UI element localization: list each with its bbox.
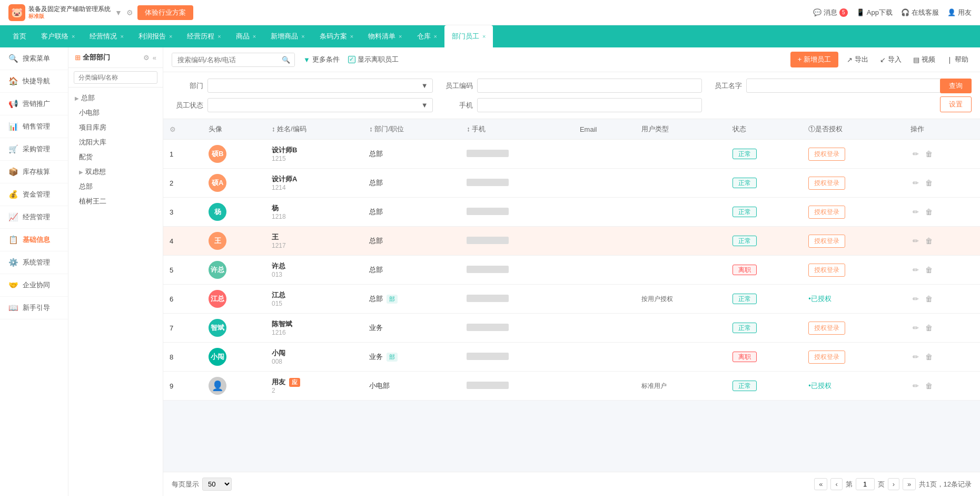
messages-btn[interactable]: 💬 消息 5 <box>813 8 848 17</box>
dept-node-小电部[interactable]: 小电部 <box>68 105 163 120</box>
delete-btn[interactable]: 🗑 <box>923 381 935 391</box>
left-nav-item-营销推广[interactable]: 📢营销推广 <box>0 93 68 115</box>
dept-node-项目库房[interactable]: 项目库房 <box>68 120 163 135</box>
search-input[interactable] <box>172 53 278 66</box>
dept-collapse-btn[interactable]: « <box>153 54 156 62</box>
delete-btn[interactable]: 🗑 <box>923 236 935 246</box>
user-btn[interactable]: 👤 用友 <box>947 8 972 17</box>
query-btn[interactable]: 查询 <box>940 79 972 93</box>
auth-login-btn[interactable]: 授权登录 <box>808 177 845 190</box>
last-page-btn[interactable]: » <box>903 478 916 490</box>
dept-node-双虑想[interactable]: ▶ 双虑想 <box>68 164 163 179</box>
nav-tab-新增商品[interactable]: 新增商品× <box>263 25 312 47</box>
left-nav-item-搜索菜单[interactable]: 🔍搜索菜单 <box>0 47 68 70</box>
settings-icon[interactable]: ⚙ <box>126 8 133 17</box>
left-nav-item-企业协同[interactable]: 🤝企业协同 <box>0 274 68 297</box>
view-btn[interactable]: ▤ 视频 <box>910 53 938 66</box>
tab-close-icon[interactable]: × <box>72 33 75 40</box>
delete-btn[interactable]: 🗑 <box>923 265 935 275</box>
left-nav-item-库存核算[interactable]: 📦库存核算 <box>0 161 68 183</box>
prev-page-btn[interactable]: ‹ <box>830 478 842 490</box>
nav-tab-经营历程[interactable]: 经营历程× <box>180 25 228 47</box>
left-nav-item-采购管理[interactable]: 🛒采购管理 <box>0 138 68 161</box>
import-btn[interactable]: ↙ 导入 <box>877 53 905 66</box>
delete-btn[interactable]: 🗑 <box>923 207 935 217</box>
left-nav-item-销售管理[interactable]: 📊销售管理 <box>0 115 68 138</box>
more-filter-btn[interactable]: ▼ 更多条件 <box>299 52 344 67</box>
nav-tab-仓库[interactable]: 仓库× <box>410 25 444 47</box>
edit-btn[interactable]: ✏ <box>910 178 921 188</box>
status-select[interactable]: ▼ <box>207 98 433 112</box>
nav-tab-部门员工[interactable]: 部门员工× <box>444 25 493 47</box>
reset-btn[interactable]: 设置 <box>940 96 972 112</box>
delete-btn[interactable]: 🗑 <box>923 178 935 188</box>
edit-btn[interactable]: ✏ <box>910 207 921 217</box>
first-page-btn[interactable]: « <box>814 478 827 490</box>
per-page-select[interactable]: 50 20 100 <box>202 478 232 491</box>
nav-tab-条码方案[interactable]: 条码方案× <box>312 25 361 47</box>
nav-tab-首页[interactable]: 首页 <box>5 25 34 47</box>
nav-tab-经营情况[interactable]: 经营情况× <box>82 25 131 47</box>
add-employee-btn[interactable]: + 新增员工 <box>790 52 838 67</box>
dept-node-总部[interactable]: 总部 <box>68 179 163 194</box>
left-nav-item-系统管理[interactable]: ⚙️系统管理 <box>0 251 68 274</box>
edit-btn[interactable]: ✏ <box>910 323 921 333</box>
employee-name-input[interactable] <box>746 79 972 93</box>
auth-login-btn[interactable]: 授权登录 <box>808 351 845 364</box>
tab-close-icon[interactable]: × <box>350 33 353 40</box>
left-nav-item-基础信息[interactable]: 📋基础信息 <box>0 229 68 251</box>
left-nav-item-新手引导[interactable]: 📖新手引导 <box>0 297 68 319</box>
avatar: 王 <box>209 232 226 250</box>
employee-code-input[interactable] <box>477 79 702 93</box>
search-icon[interactable]: 🔍 <box>278 53 294 66</box>
delete-btn[interactable]: 🗑 <box>923 149 935 159</box>
help-btn[interactable]: ❘ 帮助 <box>944 53 972 66</box>
left-nav-item-资金管理[interactable]: 💰资金管理 <box>0 183 68 206</box>
auth-login-btn[interactable]: 授权登录 <box>808 235 845 248</box>
tab-close-icon[interactable]: × <box>399 33 402 40</box>
edit-btn[interactable]: ✏ <box>910 381 921 391</box>
trial-button[interactable]: 体验行业方案 <box>137 5 193 20</box>
dept-node-沈阳大库[interactable]: 沈阳大库 <box>68 135 163 150</box>
phone-input[interactable] <box>477 98 702 112</box>
edit-btn[interactable]: ✏ <box>910 149 921 159</box>
tab-close-icon[interactable]: × <box>217 33 221 40</box>
nav-tab-物料清单[interactable]: 物料清单× <box>361 25 409 47</box>
tab-close-icon[interactable]: × <box>169 33 172 40</box>
edit-btn[interactable]: ✏ <box>910 294 921 304</box>
tab-close-icon[interactable]: × <box>482 33 486 40</box>
show-resigned-checkbox[interactable] <box>348 56 355 63</box>
export-btn[interactable]: ↗ 导出 <box>844 53 872 66</box>
dept-node-配货[interactable]: 配货 <box>68 150 163 164</box>
dept-search-input[interactable] <box>74 71 157 84</box>
auth-login-btn[interactable]: 授权登录 <box>808 206 845 219</box>
show-resigned-checkbox-label[interactable]: 显示离职员工 <box>348 55 399 64</box>
nav-tab-客户联络[interactable]: 客户联络× <box>34 25 82 47</box>
tab-close-icon[interactable]: × <box>120 33 123 40</box>
dept-select[interactable]: ▼ <box>207 79 433 93</box>
left-nav-item-经营管理[interactable]: 📈经营管理 <box>0 206 68 229</box>
online-service-btn[interactable]: 🎧 在线客服 <box>901 8 939 17</box>
dept-settings-icon[interactable]: ⚙ <box>143 54 150 62</box>
left-nav-item-快捷导航[interactable]: 🏠快捷导航 <box>0 70 68 93</box>
auth-login-btn[interactable]: 授权登录 <box>808 264 845 277</box>
app-download-btn[interactable]: 📱 App下载 <box>856 8 893 17</box>
edit-btn[interactable]: ✏ <box>910 265 921 275</box>
delete-btn[interactable]: 🗑 <box>923 323 935 333</box>
edit-btn[interactable]: ✏ <box>910 236 921 246</box>
delete-btn[interactable]: 🗑 <box>923 352 935 362</box>
tab-close-icon[interactable]: × <box>253 33 256 40</box>
auth-login-btn[interactable]: 授权登录 <box>808 322 845 335</box>
auth-login-btn[interactable]: 授权登录 <box>808 148 845 161</box>
delete-btn[interactable]: 🗑 <box>923 294 935 304</box>
nav-tab-利润报告[interactable]: 利润报告× <box>131 25 180 47</box>
page-input[interactable] <box>856 478 875 490</box>
dropdown-icon[interactable]: ▼ <box>115 8 122 17</box>
next-page-btn[interactable]: › <box>888 478 899 490</box>
nav-tab-商品[interactable]: 商品× <box>229 25 263 47</box>
edit-btn[interactable]: ✏ <box>910 352 921 362</box>
tab-close-icon[interactable]: × <box>301 33 304 40</box>
dept-node-总部[interactable]: ▶ 总部 <box>68 91 163 105</box>
tab-close-icon[interactable]: × <box>434 33 437 40</box>
dept-node-植树王二[interactable]: 植树王二 <box>68 194 163 209</box>
